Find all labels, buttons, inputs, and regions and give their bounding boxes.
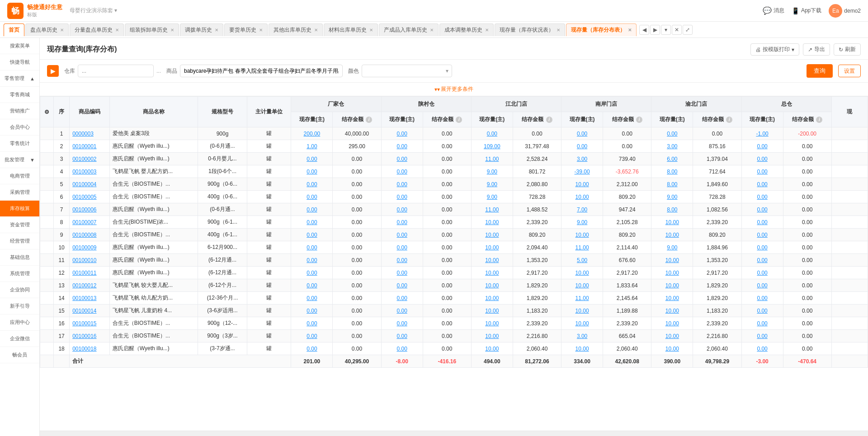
tab-cailiao[interactable]: 材料出库单历史 ✕ bbox=[324, 23, 378, 36]
export-btn[interactable]: ↗ 导出 bbox=[803, 43, 830, 56]
sidebar-item-enterprise[interactable]: 企业协同 bbox=[0, 282, 39, 298]
tab-nav-next[interactable]: ▶ bbox=[650, 25, 660, 35]
sidebar-item-inventory[interactable]: 库存核算 bbox=[0, 201, 39, 217]
sidebar-item-member[interactable]: 会员中心 bbox=[0, 119, 39, 136]
cell-value: 0.00 bbox=[381, 153, 423, 165]
tab-qitachu[interactable]: 其他出库单历史 ✕ bbox=[269, 23, 323, 36]
close-icon[interactable]: ✕ bbox=[430, 28, 434, 33]
setting-btn[interactable]: 设置 bbox=[838, 65, 861, 77]
info-icon[interactable]: i bbox=[636, 117, 642, 123]
close-icon[interactable]: ✕ bbox=[115, 28, 119, 33]
close-icon[interactable]: ✕ bbox=[369, 28, 373, 33]
cell-no: 14 bbox=[54, 292, 70, 305]
table-container[interactable]: ⚙ 序 商品编码 商品名称 规格型号 主计量单位 厂家仓 陕村仓 江北门店 南岸… bbox=[40, 96, 868, 431]
cell-value: 10.00 bbox=[651, 305, 693, 317]
tab-chengben[interactable]: 成本调整单历史 ✕ bbox=[439, 23, 494, 36]
col-na-amt: 结存金额 i bbox=[603, 112, 651, 127]
tab-nav-close[interactable]: ✕ bbox=[672, 25, 682, 35]
tab-zuzhuang[interactable]: 组装拆卸单历史 ✕ bbox=[125, 23, 179, 36]
close-icon[interactable]: ✕ bbox=[557, 28, 560, 33]
close-icon[interactable]: ✕ bbox=[314, 28, 318, 33]
bottom-scroll[interactable] bbox=[40, 431, 868, 436]
sidebar-item-operations[interactable]: 经营管理 bbox=[0, 233, 39, 249]
sidebar-item-vip[interactable]: 畅会员 bbox=[0, 347, 39, 363]
cell-tot-amt: 0.00 bbox=[783, 216, 831, 229]
print-btn[interactable]: 🖨 按模版打印 ▾ bbox=[750, 43, 799, 56]
tab-nav-expand[interactable]: ⤢ bbox=[683, 25, 693, 35]
tab-nav-prev[interactable]: ◀ bbox=[639, 25, 649, 35]
sidebar-item-retail-mall[interactable]: 零售商城 bbox=[0, 87, 39, 103]
sidebar-item-ecommerce[interactable]: 电商管理 bbox=[0, 168, 39, 184]
sidebar-item-app-center[interactable]: 应用中心 bbox=[0, 314, 39, 331]
tab-home[interactable]: 首页 bbox=[4, 23, 24, 36]
cell-no: 17 bbox=[54, 330, 70, 342]
close-icon[interactable]: ✕ bbox=[60, 28, 64, 33]
search-bar: ▶ 仓库 ... 商品 颜色 ▾ 查询 设置 bbox=[40, 60, 868, 83]
cell-sum-tot-qty: -3.00 bbox=[741, 355, 783, 368]
close-icon[interactable]: ✕ bbox=[485, 28, 489, 33]
warehouse-input[interactable] bbox=[78, 65, 154, 77]
tab-yaohuo[interactable]: 要货单历史 ✕ bbox=[224, 23, 268, 36]
tab-xiancun-dist[interactable]: 现存量（库存分布表） ✕ bbox=[566, 23, 637, 36]
info-icon[interactable]: i bbox=[546, 117, 552, 123]
cell-na-amt: 2,312.00 bbox=[603, 178, 651, 191]
search-btn[interactable]: 查询 bbox=[807, 64, 833, 78]
cell-na-amt: 2,339.20 bbox=[603, 317, 651, 330]
sidebar-item-finance[interactable]: 资金管理 bbox=[0, 217, 39, 233]
cell-value: 0.00 bbox=[381, 342, 423, 355]
cell-tot-qty: 0.00 bbox=[741, 153, 783, 165]
sidebar-item-quicknav[interactable]: 快捷导航 bbox=[0, 54, 39, 70]
info-icon[interactable]: i bbox=[726, 117, 732, 123]
messages-btn[interactable]: 💬 消息 bbox=[763, 6, 784, 15]
cell-jb-amt: 2,917.20 bbox=[513, 267, 561, 279]
cell-sha-amt: 0.00 bbox=[423, 140, 471, 153]
sidebar-item-system[interactable]: 系统管理 bbox=[0, 266, 39, 282]
refresh-btn[interactable]: ↻ 刷新 bbox=[834, 43, 861, 56]
sidebar-item-guide[interactable]: 新手引导 bbox=[0, 298, 39, 314]
app-download-btn[interactable]: 📱 App下载 bbox=[792, 7, 821, 14]
user-area[interactable]: Ea demo2 bbox=[829, 4, 861, 18]
table-row: 15 00100014 飞鹤星飞帆 儿童奶粉 4... (3-6岁适用... 罐… bbox=[40, 305, 868, 317]
close-icon[interactable]: ✕ bbox=[170, 28, 174, 33]
brand-sub: 母婴行业演示陈套 ▾ bbox=[70, 7, 117, 14]
cell-value: 8.00 bbox=[651, 178, 693, 191]
info-icon[interactable]: i bbox=[456, 117, 462, 123]
cell-cur bbox=[831, 241, 868, 254]
sidebar-item-wholesale[interactable]: 批发管理 ▼ bbox=[0, 152, 39, 168]
sidebar-item-wechat[interactable]: 企业微信 bbox=[0, 331, 39, 347]
cell-tot-amt: 0.00 bbox=[783, 279, 831, 292]
table-row: 9 00100008 合生元（BIOSTIME）... 400g（6-1... … bbox=[40, 229, 868, 241]
cell-unit: 罐 bbox=[247, 305, 291, 317]
sidebar-item-basic-info[interactable]: 基础信息 bbox=[0, 249, 39, 266]
tab-fenpan[interactable]: 分量盘点单历史 ✕ bbox=[70, 23, 124, 36]
tab-xiancun-status[interactable]: 现存量（库存状况表） ✕ bbox=[495, 23, 565, 36]
cell-value: 10.00 bbox=[471, 241, 513, 254]
cell-tot-qty: 0.00 bbox=[741, 203, 783, 216]
gear-icon[interactable]: ⚙ bbox=[44, 109, 49, 115]
color-input[interactable] bbox=[362, 65, 452, 77]
cell-summary-no bbox=[54, 355, 70, 368]
logo-area: 畅 畅捷通好生意 标版 母婴行业演示陈套 ▾ bbox=[7, 3, 117, 19]
tab-chengpin[interactable]: 产成品入库单历史 ✕ bbox=[379, 23, 439, 36]
sidebar-item-search[interactable]: 搜索英单 bbox=[0, 38, 39, 54]
close-icon[interactable]: ✕ bbox=[628, 28, 632, 33]
sidebar-item-purchase[interactable]: 采购管理 bbox=[0, 184, 39, 201]
tab-diaob[interactable]: 调拨单历史 ✕ bbox=[180, 23, 223, 36]
cell-tot-amt: 0.00 bbox=[783, 317, 831, 330]
expand-arrow-btn[interactable]: ▶ bbox=[47, 65, 59, 77]
product-input[interactable] bbox=[180, 65, 343, 77]
tab-nav-menu[interactable]: ▾ bbox=[661, 25, 671, 35]
sidebar-item-retail-mgmt[interactable]: 零售管理 ▲ bbox=[0, 70, 39, 87]
info-icon[interactable]: i bbox=[816, 117, 822, 123]
info-icon[interactable]: i bbox=[366, 117, 372, 123]
close-icon[interactable]: ✕ bbox=[259, 28, 263, 33]
sidebar-item-retail-stats[interactable]: 零售统计 bbox=[0, 136, 39, 152]
col-no: 序 bbox=[54, 97, 70, 127]
close-icon[interactable]: ✕ bbox=[215, 28, 218, 33]
expand-conditions-btn[interactable]: ▾▾ 展开更多条件 bbox=[434, 85, 473, 93]
col-group-nanan: 南岸门店 bbox=[561, 97, 651, 112]
col-gear[interactable]: ⚙ bbox=[40, 97, 54, 127]
sidebar-item-marketing[interactable]: 营销推广 bbox=[0, 103, 39, 119]
cell-unit: 罐 bbox=[247, 254, 291, 267]
tab-pandian[interactable]: 盘点单历史 ✕ bbox=[25, 23, 69, 36]
